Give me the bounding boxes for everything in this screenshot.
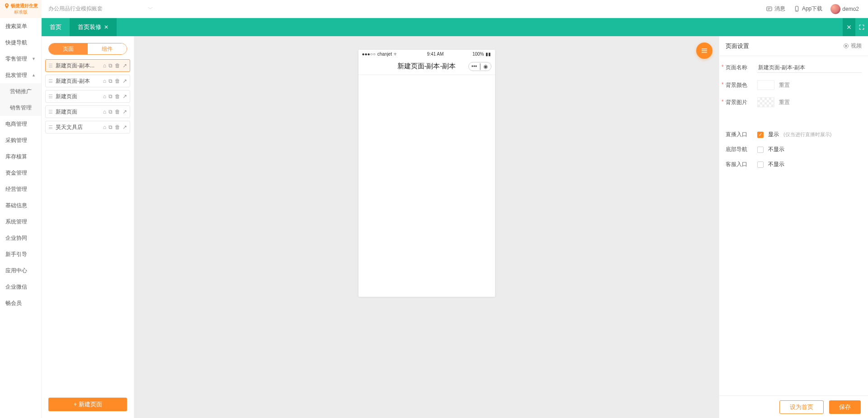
nav-wholesale[interactable]: 批发管理▲ <box>0 67 41 83</box>
nav-marketing[interactable]: 营销推广 <box>0 83 41 100</box>
phone-icon <box>793 5 800 12</box>
tab-fullscreen[interactable] <box>855 18 868 36</box>
nav-guide[interactable]: 新手引导 <box>0 246 41 262</box>
app-download-button[interactable]: App下载 <box>793 5 822 13</box>
wifi-icon: ᯤ <box>394 52 398 57</box>
page-item[interactable]: ☰ 新建页面-副本... ⌂⧉🗑↗ <box>45 59 130 72</box>
nav-funds[interactable]: 资金管理 <box>0 165 41 181</box>
delete-icon[interactable]: 🗑 <box>115 62 120 69</box>
home-icon[interactable]: ⌂ <box>103 78 106 84</box>
nav-ecommerce[interactable]: 电商管理 <box>0 116 41 132</box>
share-icon[interactable]: ↗ <box>123 78 127 84</box>
delete-icon[interactable]: 🗑 <box>115 78 120 84</box>
tab-decoration[interactable]: 首页装修 ✕ <box>70 18 117 36</box>
nav-inventory[interactable]: 库存核算 <box>0 148 41 165</box>
drag-icon[interactable]: ☰ <box>48 78 53 84</box>
delete-icon[interactable]: 🗑 <box>115 93 120 100</box>
signal-icon: ●●●○○ <box>362 52 376 57</box>
live-checkbox[interactable]: ✓ <box>757 132 764 138</box>
delete-icon[interactable]: 🗑 <box>115 109 120 115</box>
share-icon[interactable]: ↗ <box>123 62 127 69</box>
delete-icon[interactable]: 🗑 <box>115 124 120 130</box>
drag-icon[interactable]: ☰ <box>48 124 53 130</box>
drag-icon[interactable]: ☰ <box>48 94 53 100</box>
bg-color-reset[interactable]: 重置 <box>779 81 790 89</box>
nav-wechat[interactable]: 企业微信 <box>0 279 41 295</box>
settings-panel: 页面设置 视频 页面名称 背景颜色 <box>719 36 868 418</box>
logo-icon <box>4 3 10 9</box>
main: 首页 首页装修 ✕ 页面 组件 ☰ <box>42 18 868 418</box>
tab-home[interactable]: 首页 <box>42 18 70 36</box>
phone-status-bar: ●●●○○chanjetᯤ 9:41 AM 100%▮▮ <box>359 50 495 58</box>
page-item[interactable]: ☰ 新建页面 ⌂⧉🗑↗ <box>45 105 130 118</box>
seg-page[interactable]: 页面 <box>49 43 88 54</box>
nav-member[interactable]: 畅会员 <box>0 295 41 311</box>
bg-image-swatch[interactable] <box>757 97 774 107</box>
brand-name: 畅捷通好生意 <box>11 3 38 9</box>
nav-system[interactable]: 系统管理 <box>0 214 41 230</box>
nav-quick[interactable]: 快捷导航 <box>0 34 41 51</box>
account-name: 办公用品行业模拟账套 <box>48 5 103 13</box>
copy-icon[interactable]: ⧉ <box>108 109 113 115</box>
drag-icon[interactable]: ☰ <box>48 109 53 115</box>
bottomnav-checkbox[interactable] <box>757 147 764 153</box>
logo[interactable]: 畅捷通好生意 标准版 <box>0 0 42 18</box>
messages-button[interactable]: 消息 <box>766 5 785 13</box>
home-icon[interactable]: ⌂ <box>103 93 106 100</box>
seg-component[interactable]: 组件 <box>88 43 127 54</box>
collapse-settings-button[interactable] <box>696 43 712 59</box>
page-item[interactable]: ☰ 新建页面-副本 ⌂⧉🗑↗ <box>45 75 130 87</box>
menu-icon <box>700 47 708 55</box>
nav-apps[interactable]: 应用中心 <box>0 262 41 279</box>
page-name-input[interactable] <box>757 62 862 73</box>
seg-tabs: 页面 组件 <box>48 43 127 55</box>
field-service-entry: 客服入口 不显示 <box>726 161 862 168</box>
home-icon[interactable]: ⌂ <box>103 124 106 130</box>
brand-edition: 标准版 <box>14 9 28 15</box>
home-icon[interactable]: ⌂ <box>103 62 106 69</box>
nav-basic[interactable]: 基础信息 <box>0 197 41 214</box>
page-item[interactable]: ☰ 昊天文具店 ⌂⧉🗑↗ <box>45 121 130 133</box>
home-icon[interactable]: ⌂ <box>103 109 106 115</box>
bg-color-swatch[interactable] <box>757 80 774 90</box>
page-item[interactable]: ☰ 新建页面 ⌂⧉🗑↗ <box>45 90 130 103</box>
nav-collab[interactable]: 企业协同 <box>0 230 41 246</box>
tab-bar: 首页 首页装修 ✕ <box>42 18 868 36</box>
left-nav: 搜索菜单 快捷导航 零售管理▼ 批发管理▲ 营销推广 销售管理 电商管理 采购管… <box>0 18 42 418</box>
user-menu[interactable]: demo2 <box>830 4 859 14</box>
nav-sales[interactable]: 销售管理 <box>0 100 41 116</box>
field-bottom-nav: 底部导航 不显示 <box>726 146 862 153</box>
caret-up-icon: ▲ <box>32 73 36 77</box>
nav-purchase[interactable]: 采购管理 <box>0 132 41 148</box>
tab-close-all[interactable] <box>843 18 855 36</box>
bg-image-reset[interactable]: 重置 <box>779 99 790 106</box>
share-icon[interactable]: ↗ <box>123 109 127 115</box>
service-checkbox[interactable] <box>757 162 764 168</box>
nav-retail[interactable]: 零售管理▼ <box>0 51 41 67</box>
nav-search[interactable]: 搜索菜单 <box>0 18 41 34</box>
video-help-button[interactable]: 视频 <box>843 42 862 50</box>
field-bg-image: 背景图片 重置 <box>726 97 862 107</box>
top-header: 畅捷通好生意 标准版 办公用品行业模拟账套 ﹀ 消息 App下载 demo2 <box>0 0 868 18</box>
settings-footer: 设为首页 保存 <box>719 395 868 418</box>
phone-page-title: 新建页面-副本-副本 <box>397 62 456 71</box>
copy-icon[interactable]: ⧉ <box>108 78 113 84</box>
set-home-button[interactable]: 设为首页 <box>779 400 824 414</box>
copy-icon[interactable]: ⧉ <box>108 62 113 69</box>
miniprogram-menu[interactable]: ••• │ ◉ <box>468 62 491 71</box>
close-icon[interactable]: ✕ <box>104 24 108 30</box>
save-button[interactable]: 保存 <box>829 400 861 414</box>
phone-preview: ●●●○○chanjetᯤ 9:41 AM 100%▮▮ 新建页面-副本-副本 … <box>359 50 495 297</box>
header-actions: 消息 App下载 demo2 <box>766 4 868 14</box>
account-selector[interactable]: 办公用品行业模拟账套 ﹀ <box>48 5 766 13</box>
share-icon[interactable]: ↗ <box>123 93 127 100</box>
copy-icon[interactable]: ⧉ <box>108 124 113 130</box>
nav-business[interactable]: 经营管理 <box>0 181 41 197</box>
settings-title: 页面设置 <box>726 42 749 50</box>
share-icon[interactable]: ↗ <box>123 124 127 130</box>
chevron-down-icon: ﹀ <box>148 5 153 13</box>
new-page-button[interactable]: + 新建页面 <box>48 398 127 411</box>
phone-time: 9:41 AM <box>427 52 444 57</box>
drag-icon[interactable]: ☰ <box>48 63 53 69</box>
copy-icon[interactable]: ⧉ <box>108 93 113 100</box>
